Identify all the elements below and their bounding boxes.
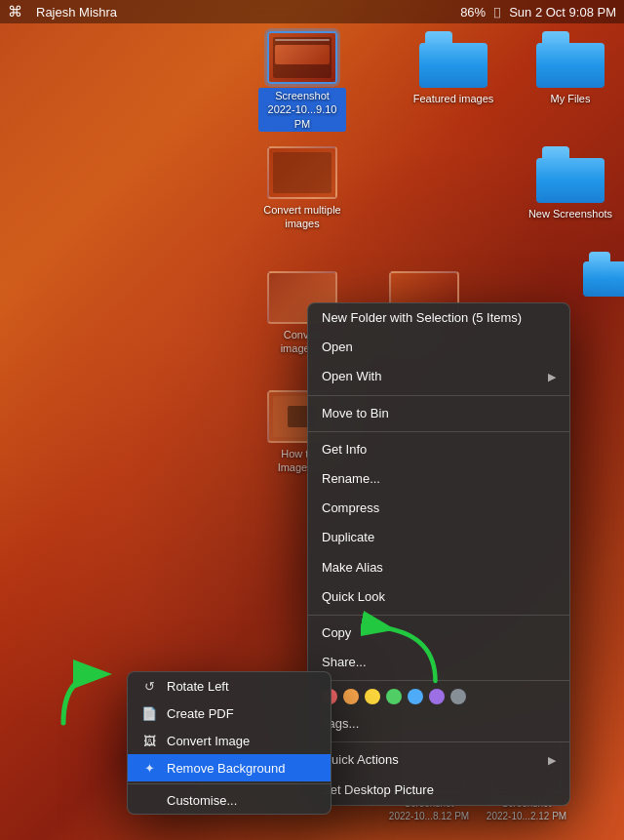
rotate-left-icon: ↺ — [141, 678, 157, 694]
desktop-icon-extra-folder[interactable] — [566, 252, 624, 297]
desktop-icon-featured[interactable]: Featured images — [410, 31, 497, 105]
sub-rotate-left[interactable]: ↺ Rotate Left — [128, 672, 331, 700]
quick-actions-arrow: ▶ — [548, 753, 556, 768]
ctx-open[interactable]: Open — [308, 333, 569, 362]
desktop-icon-convert-multiple[interactable]: Convert multipleimages — [258, 146, 346, 231]
convert-multiple-thumb — [267, 146, 337, 199]
convert-multiple-label: Convert multipleimages — [263, 203, 340, 231]
sub-create-pdf[interactable]: 📄 Create PDF — [128, 700, 331, 727]
ctx-duplicate[interactable]: Duplicate — [308, 523, 569, 552]
sub-convert-image[interactable]: 🖼 Convert Image — [128, 727, 331, 754]
tag-gray[interactable] — [450, 689, 466, 704]
create-pdf-icon: 📄 — [141, 705, 157, 721]
ctx-tags-label[interactable]: Tags... — [308, 709, 569, 739]
ctx-set-desktop[interactable]: Set Desktop Picture — [308, 776, 569, 805]
screenshot-thumb-1 — [267, 31, 337, 84]
desktop-icon-my-files[interactable]: My Files — [526, 31, 614, 105]
sub-remove-background[interactable]: ✦ Remove Background — [128, 754, 331, 781]
remove-bg-icon: ✦ — [141, 760, 157, 776]
new-screenshots-label: New Screenshots — [528, 207, 612, 220]
convert-image-icon: 🖼 — [141, 733, 157, 748]
featured-folder-icon — [419, 31, 488, 88]
my-files-folder-icon — [536, 31, 604, 88]
desktop-icon-new-screenshots[interactable]: New Screenshots — [526, 146, 614, 220]
tag-orange[interactable] — [343, 689, 359, 704]
context-menu: New Folder with Selection (5 Items) Open… — [307, 302, 570, 806]
ctx-sep-5 — [308, 741, 569, 742]
featured-label: Featured images — [413, 92, 494, 105]
ctx-quick-actions[interactable]: Quick Actions ▶ — [308, 745, 569, 775]
datetime: Sun 2 Oct 9:08 PM — [509, 5, 616, 20]
ctx-move-bin[interactable]: Move to Bin — [308, 399, 569, 428]
menubar: ⌘ Rajesh Mishra 86% ⌷ Sun 2 Oct 9:08 PM — [0, 0, 624, 23]
wifi-icon: ⌷ — [493, 5, 501, 20]
sub-sep-1 — [128, 783, 331, 784]
customise-icon — [141, 792, 157, 808]
ctx-get-info[interactable]: Get Info — [308, 435, 569, 464]
new-screenshots-folder-icon — [536, 146, 604, 203]
desktop-icon-screenshot-1[interactable]: Screenshot2022-10...9.10 PM — [258, 31, 346, 132]
ctx-compress[interactable]: Compress — [308, 494, 569, 523]
ctx-make-alias[interactable]: Make Alias — [308, 553, 569, 582]
battery-indicator: 86% — [460, 5, 486, 20]
sub-customise[interactable]: Customise... — [128, 786, 331, 814]
screenshot-1-label: Screenshot2022-10...9.10 PM — [258, 88, 346, 132]
ctx-rename[interactable]: Rename... — [308, 464, 569, 494]
my-files-label: My Files — [551, 92, 591, 105]
quick-actions-submenu: ↺ Rotate Left 📄 Create PDF 🖼 Convert Ima… — [127, 671, 332, 815]
open-with-arrow: ▶ — [548, 370, 556, 384]
ctx-open-with[interactable]: Open With ▶ — [308, 362, 569, 391]
app-name[interactable]: Rajesh Mishra — [36, 5, 117, 20]
ctx-sep-2 — [308, 431, 569, 432]
right-arrow-indicator — [361, 611, 448, 699]
ctx-sep-1 — [308, 395, 569, 396]
apple-menu-icon[interactable]: ⌘ — [8, 3, 22, 20]
left-arrow-indicator — [49, 655, 127, 733]
extra-folder-icon — [583, 252, 625, 297]
ctx-quick-look[interactable]: Quick Look — [308, 582, 569, 612]
ctx-new-folder[interactable]: New Folder with Selection (5 Items) — [308, 303, 569, 333]
